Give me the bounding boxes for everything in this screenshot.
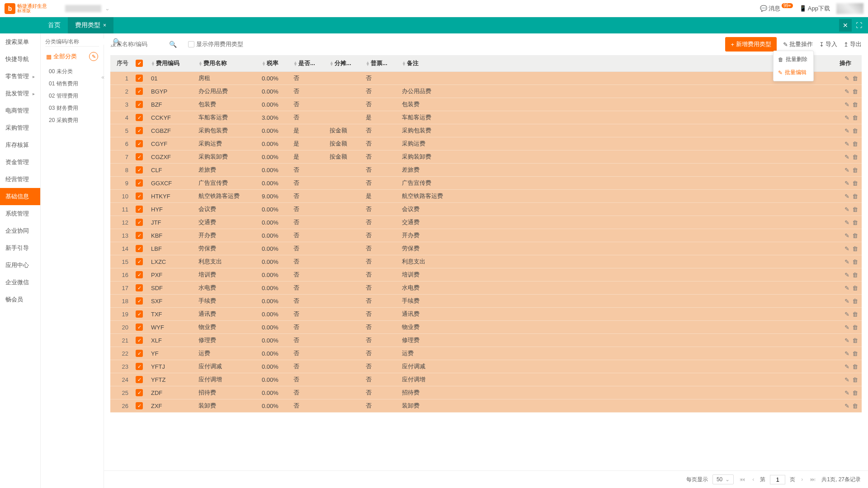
- edit-row-button[interactable]: ✎: [844, 232, 849, 239]
- delete-row-button[interactable]: 🗑: [852, 285, 858, 291]
- table-row[interactable]: 17✓SDF水电费0.00%否否水电费✎🗑: [110, 282, 862, 295]
- cell-checkbox[interactable]: ✓: [132, 203, 147, 216]
- category-item-0[interactable]: 00 未分类: [46, 66, 102, 78]
- messages-button[interactable]: 💬 消息 99+: [760, 5, 793, 13]
- edit-row-button[interactable]: ✎: [844, 376, 849, 383]
- col-remark[interactable]: ▲▼备注: [398, 55, 829, 72]
- col-seq[interactable]: 序号: [110, 55, 132, 72]
- close-tab-button[interactable]: ✕: [839, 19, 852, 32]
- batch-delete-item[interactable]: 🗑 批量删除: [774, 53, 813, 66]
- col-code[interactable]: ▲▼费用编码: [147, 55, 195, 72]
- import-button[interactable]: ↧ 导入: [819, 40, 837, 48]
- batch-operations-button[interactable]: ✎ 批量操作: [783, 40, 813, 48]
- category-item-4[interactable]: 20 采购费用: [46, 114, 102, 127]
- cell-checkbox[interactable]: ✓: [132, 164, 147, 177]
- cell-checkbox[interactable]: ✓: [132, 111, 147, 124]
- table-row[interactable]: 4✓CCKYF车船客运费3.00%否是车船客运费✎🗑: [110, 111, 862, 124]
- edit-row-button[interactable]: ✎: [844, 154, 849, 160]
- nav-item-7[interactable]: 资金管理: [0, 154, 40, 171]
- col-alloc[interactable]: ▲▼分摊...: [326, 55, 362, 72]
- table-row[interactable]: 1✓01房租0.00%否否✎🗑: [110, 72, 862, 85]
- delete-row-button[interactable]: 🗑: [852, 245, 858, 252]
- col-rate[interactable]: ▲▼税率: [258, 55, 290, 72]
- cell-checkbox[interactable]: ✓: [132, 229, 147, 242]
- table-row[interactable]: 21✓XLF修理费0.00%否否修理费✎🗑: [110, 334, 862, 347]
- table-row[interactable]: 12✓JTF交通费0.00%否否交通费✎🗑: [110, 216, 862, 229]
- edit-row-button[interactable]: ✎: [844, 219, 849, 226]
- delete-row-button[interactable]: 🗑: [852, 258, 858, 265]
- edit-row-button[interactable]: ✎: [844, 75, 849, 82]
- category-item-2[interactable]: 02 管理费用: [46, 90, 102, 102]
- show-disabled-checkbox[interactable]: 显示停用费用类型: [188, 40, 243, 48]
- edit-row-button[interactable]: ✎: [844, 285, 849, 291]
- search-icon[interactable]: 🔍: [169, 41, 177, 48]
- nav-item-5[interactable]: 采购管理: [0, 119, 40, 136]
- edit-row-button[interactable]: ✎: [844, 114, 849, 121]
- search-icon[interactable]: 🔍: [113, 38, 121, 45]
- table-row[interactable]: 9✓GGXCF广告宣传费0.00%否否广告宣传费✎🗑: [110, 177, 862, 190]
- delete-row-button[interactable]: 🗑: [852, 127, 858, 134]
- table-row[interactable]: 11✓HYF会议费0.00%否否会议费✎🗑: [110, 203, 862, 216]
- edit-row-button[interactable]: ✎: [844, 193, 849, 200]
- cell-checkbox[interactable]: ✓: [132, 255, 147, 268]
- delete-row-button[interactable]: 🗑: [852, 232, 858, 239]
- nav-item-14[interactable]: 企业微信: [0, 274, 40, 291]
- edit-row-button[interactable]: ✎: [844, 206, 849, 213]
- edit-row-button[interactable]: ✎: [844, 258, 849, 265]
- cell-checkbox[interactable]: ✓: [132, 190, 147, 203]
- delete-row-button[interactable]: 🗑: [852, 193, 858, 200]
- col-ticket[interactable]: ▲▼普票...: [362, 55, 398, 72]
- delete-row-button[interactable]: 🗑: [852, 389, 858, 396]
- cell-checkbox[interactable]: ✓: [132, 268, 147, 282]
- last-page-button[interactable]: ⏭: [809, 476, 817, 483]
- table-row[interactable]: 26✓ZXF装卸费0.00%否否装卸费✎🗑: [110, 399, 862, 413]
- collapse-panel-button[interactable]: «: [101, 74, 104, 80]
- first-page-button[interactable]: ⏮: [738, 476, 746, 483]
- cell-checkbox[interactable]: ✓: [132, 242, 147, 255]
- company-selector[interactable]: ⌄: [65, 5, 146, 12]
- category-search[interactable]: 🔍: [45, 37, 99, 47]
- cell-checkbox[interactable]: ✓: [132, 85, 147, 98]
- cell-checkbox[interactable]: ✓: [132, 334, 147, 347]
- edit-row-button[interactable]: ✎: [844, 180, 849, 187]
- table-row[interactable]: 20✓WYF物业费0.00%否否物业费✎🗑: [110, 321, 862, 334]
- table-row[interactable]: 16✓PXF培训费0.00%否否培训费✎🗑: [110, 268, 862, 282]
- tab-home[interactable]: 首页: [41, 17, 68, 33]
- table-row[interactable]: 7✓CGZXF采购装卸费0.00%是按金额否采购装卸费✎🗑: [110, 150, 862, 164]
- cell-checkbox[interactable]: ✓: [132, 295, 147, 308]
- table-row[interactable]: 18✓SXF手续费0.00%否否手续费✎🗑: [110, 295, 862, 308]
- col-select-all[interactable]: ✓: [132, 55, 147, 72]
- table-row[interactable]: 24✓YFTZ应付调增0.00%否否应付调增✎🗑: [110, 373, 862, 386]
- col-isx[interactable]: ▲▼是否...: [290, 55, 326, 72]
- edit-row-button[interactable]: ✎: [844, 403, 849, 409]
- delete-row-button[interactable]: 🗑: [852, 114, 858, 121]
- delete-row-button[interactable]: 🗑: [852, 101, 858, 108]
- nav-item-3[interactable]: 批发管理▸: [0, 85, 40, 102]
- edit-row-button[interactable]: ✎: [844, 88, 849, 95]
- delete-row-button[interactable]: 🗑: [852, 298, 858, 305]
- delete-row-button[interactable]: 🗑: [852, 363, 858, 370]
- cell-checkbox[interactable]: ✓: [132, 98, 147, 111]
- table-row[interactable]: 10✓HTKYF航空铁路客运费9.00%否是航空铁路客运费✎🗑: [110, 190, 862, 203]
- delete-row-button[interactable]: 🗑: [852, 75, 858, 82]
- avatar[interactable]: [836, 3, 863, 14]
- cell-checkbox[interactable]: ✓: [132, 137, 147, 150]
- delete-row-button[interactable]: 🗑: [852, 154, 858, 160]
- category-search-input[interactable]: [45, 38, 113, 45]
- table-row[interactable]: 15✓LXZC利息支出0.00%否否利息支出✎🗑: [110, 255, 862, 268]
- delete-row-button[interactable]: 🗑: [852, 219, 858, 226]
- edit-row-button[interactable]: ✎: [844, 337, 849, 344]
- edit-row-button[interactable]: ✎: [844, 350, 849, 357]
- table-row[interactable]: 14✓LBF劳保费0.00%否否劳保费✎🗑: [110, 242, 862, 255]
- next-page-button[interactable]: ›: [800, 476, 804, 483]
- delete-row-button[interactable]: 🗑: [852, 376, 858, 383]
- cell-checkbox[interactable]: ✓: [132, 399, 147, 413]
- delete-row-button[interactable]: 🗑: [852, 88, 858, 95]
- delete-row-button[interactable]: 🗑: [852, 180, 858, 187]
- edit-row-button[interactable]: ✎: [844, 167, 849, 174]
- cell-checkbox[interactable]: ✓: [132, 124, 147, 137]
- cell-checkbox[interactable]: ✓: [132, 308, 147, 321]
- table-row[interactable]: 5✓CGBZF采购包装费0.00%是按金额否采购包装费✎🗑: [110, 124, 862, 137]
- nav-item-0[interactable]: 搜索菜单: [0, 33, 40, 51]
- table-row[interactable]: 3✓BZF包装费0.00%否否包装费✎🗑: [110, 98, 862, 111]
